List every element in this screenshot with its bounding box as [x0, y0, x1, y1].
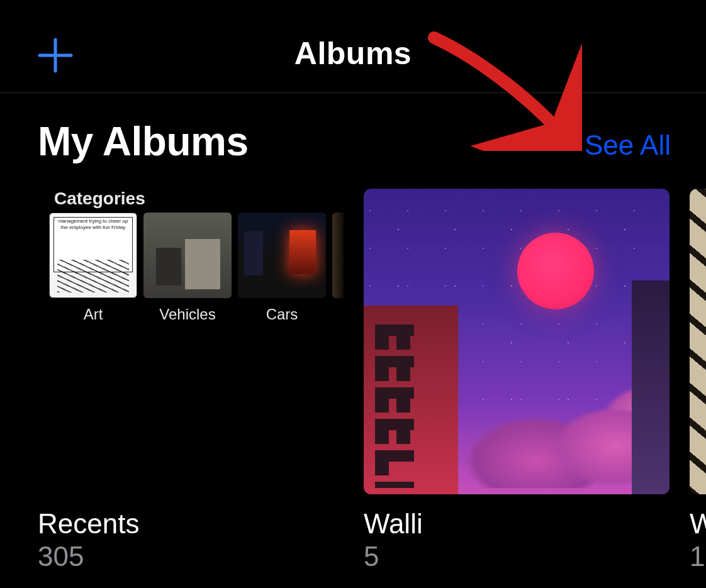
- album-title: W: [690, 508, 706, 540]
- plus-icon: [36, 36, 75, 75]
- album-title: Walli: [364, 508, 670, 540]
- album-recents[interactable]: Categories management trying to cheer up…: [38, 189, 344, 572]
- album-cover: [690, 189, 706, 494]
- recents-category-label: Vehicles: [143, 306, 232, 323]
- albums-row[interactable]: Categories management trying to cheer up…: [0, 171, 706, 572]
- art-thumb-caption: management trying to cheer up the employ…: [56, 218, 130, 231]
- album-count: 1: [690, 541, 706, 572]
- album-cover: [364, 189, 670, 494]
- recents-category-label: Cars: [238, 306, 326, 323]
- navbar: Albums: [0, 0, 706, 93]
- art-thumb: management trying to cheer up the employ…: [49, 213, 137, 298]
- recents-thumbs: management trying to cheer up the employ…: [49, 213, 344, 323]
- add-album-button[interactable]: [30, 30, 81, 80]
- recents-category-vehicles: Vehicles: [143, 213, 232, 323]
- cars-thumb: [238, 213, 326, 298]
- navbar-title: Albums: [294, 35, 412, 72]
- album-title: Recents: [38, 508, 344, 540]
- vehicles-thumb: [143, 213, 232, 298]
- building-left-decoration: [364, 306, 458, 494]
- see-all-button[interactable]: See All: [585, 130, 671, 165]
- recents-categories-heading: Categories: [54, 189, 145, 209]
- recents-category-more: [332, 213, 344, 298]
- recents-category-cars: Cars: [238, 213, 326, 323]
- recents-category-label: Art: [49, 306, 137, 323]
- building-right-decoration: [632, 280, 670, 494]
- section-title: My Albums: [38, 118, 249, 165]
- recents-category-art: management trying to cheer up the employ…: [49, 213, 137, 323]
- album-count: 305: [38, 541, 344, 572]
- moon-decoration: [517, 233, 594, 309]
- album-partial[interactable]: W 1: [690, 189, 706, 572]
- album-count: 5: [364, 541, 670, 572]
- album-walli[interactable]: Walli 5: [364, 189, 670, 572]
- album-cover: Categories management trying to cheer up…: [38, 189, 344, 494]
- section-header: My Albums See All: [0, 93, 706, 171]
